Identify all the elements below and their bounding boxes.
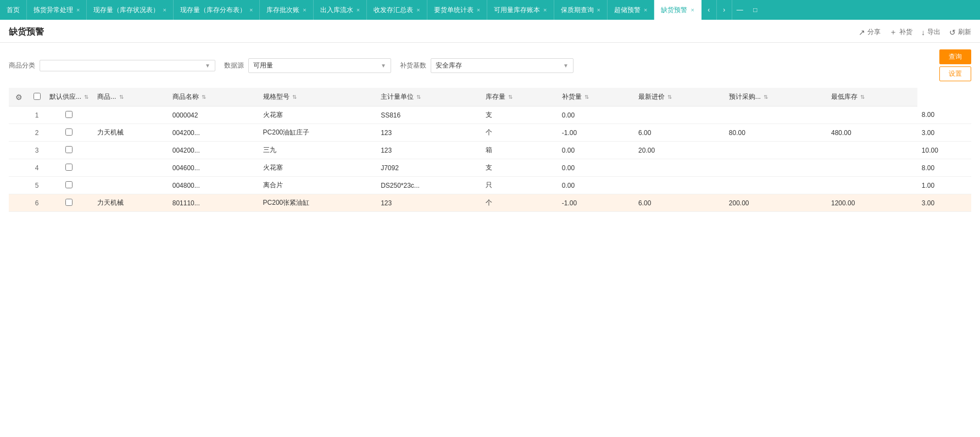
tab-9[interactable]: 保质期查询 × xyxy=(554,0,608,20)
cell-num-5: 6 xyxy=(29,194,45,212)
tab-1[interactable]: 拣货异常处理 × xyxy=(27,0,87,20)
cell-min-stock-1: 3.00 xyxy=(917,124,971,142)
cell-name-1: PC200油缸庄子 xyxy=(259,124,377,142)
cell-latest-price-1: 80.00 xyxy=(725,124,827,142)
tab-close-6[interactable]: × xyxy=(416,7,420,13)
table-row: 3 004200... 三九 123 箱 0.00 20.00 10.00 xyxy=(9,142,971,159)
cell-latest-price-4 xyxy=(725,177,827,194)
tab-next-btn[interactable]: › xyxy=(717,0,732,20)
tab-close-7[interactable]: × xyxy=(477,7,480,13)
sort-replenish-icon: ⇅ xyxy=(584,94,589,100)
checkbox-row-0[interactable] xyxy=(65,111,73,118)
page-title: 缺货预警 xyxy=(9,26,44,38)
tab-close-3[interactable]: × xyxy=(249,7,253,13)
replenish-label: 补货基数 xyxy=(400,61,426,70)
col-latest-price[interactable]: 最新进价 ⇅ xyxy=(634,88,725,107)
checkbox-row-3[interactable] xyxy=(65,164,73,171)
share-action[interactable]: ↗ 分享 xyxy=(859,27,881,37)
refresh-icon: ↺ xyxy=(949,28,956,37)
settings-gear-icon[interactable]: ⚙ xyxy=(15,93,23,102)
export-action[interactable]: ↓ 导出 xyxy=(921,27,940,37)
checkbox-row-4[interactable] xyxy=(65,181,73,188)
filter-actions: 查询 设置 xyxy=(939,49,971,81)
cell-estimated-3 xyxy=(827,159,917,177)
replenish-select[interactable]: 安全库存 ▼ xyxy=(431,58,573,73)
col-unit[interactable]: 主计量单位 ⇅ xyxy=(376,88,481,107)
query-button[interactable]: 查询 xyxy=(939,49,971,64)
cell-code-0: 0000042 xyxy=(168,107,259,124)
cell-min-stock-0: 8.00 xyxy=(917,107,971,124)
tab-close-9[interactable]: × xyxy=(597,7,600,13)
tab-5[interactable]: 出入库流水 × xyxy=(314,0,367,20)
row-settings-5 xyxy=(9,194,29,212)
cell-spec-5: 123 xyxy=(376,194,481,212)
col-code[interactable]: 商品... ⇅ xyxy=(93,88,168,107)
tab-4[interactable]: 库存批次账 × xyxy=(260,0,313,20)
category-filter-group: 商品分类 ▼ xyxy=(9,60,215,71)
datasource-label: 数据源 xyxy=(224,61,244,70)
col-supplier[interactable]: 默认供应... ⇅ xyxy=(45,88,93,107)
tab-home[interactable]: 首页 xyxy=(0,0,27,20)
cell-spec-4: DS250*23c... xyxy=(376,177,481,194)
replenish-action[interactable]: ＋ 补货 xyxy=(889,27,912,37)
cell-min-stock-3: 8.00 xyxy=(917,159,971,177)
cell-replenish-4 xyxy=(634,177,725,194)
col-min-stock[interactable]: 最低库存 ⇅ xyxy=(827,88,917,107)
tab-close-10[interactable]: × xyxy=(644,7,647,13)
table-row: 2 力天机械 004200... PC200油缸庄子 123 个 -1.00 6… xyxy=(9,124,971,142)
tab-close-11[interactable]: × xyxy=(691,7,694,13)
tab-2[interactable]: 现存量（库存状况表） × xyxy=(87,0,173,20)
checkbox-row-2[interactable] xyxy=(65,146,73,153)
cell-supplier-4 xyxy=(93,177,168,194)
refresh-action[interactable]: ↺ 刷新 xyxy=(949,27,971,37)
col-estimated[interactable]: 预计采购... ⇅ xyxy=(725,88,827,107)
sort-code-icon: ⇅ xyxy=(119,94,124,100)
col-stock[interactable]: 库存量 ⇅ xyxy=(481,88,558,107)
share-icon: ↗ xyxy=(859,28,865,37)
sort-estimated-icon: ⇅ xyxy=(764,94,768,100)
tab-close-2[interactable]: × xyxy=(163,7,166,13)
tab-close-8[interactable]: × xyxy=(543,7,547,13)
tab-11[interactable]: 缺货预警 × xyxy=(654,0,701,20)
sort-stock-icon: ⇅ xyxy=(508,94,513,100)
row-checkbox-0 xyxy=(45,107,93,124)
tab-3[interactable]: 现存量（库存分布表） × xyxy=(174,0,260,20)
row-settings-4 xyxy=(9,177,29,194)
cell-spec-1: 123 xyxy=(376,124,481,142)
settings-button[interactable]: 设置 xyxy=(939,66,971,81)
cell-stock-4: 0.00 xyxy=(558,177,634,194)
row-checkbox-4 xyxy=(45,177,93,194)
datasource-select-arrow: ▼ xyxy=(381,63,386,69)
cell-num-0: 1 xyxy=(29,107,45,124)
sort-spec-icon: ⇅ xyxy=(292,94,297,100)
tab-close-4[interactable]: × xyxy=(303,7,306,13)
tab-10[interactable]: 超储预警 × xyxy=(608,0,654,20)
tab-close-5[interactable]: × xyxy=(357,7,360,13)
cell-latest-price-2 xyxy=(725,142,827,159)
cell-name-2: 三九 xyxy=(259,142,377,159)
tab-7[interactable]: 要货单统计表 × xyxy=(427,0,487,20)
col-spec[interactable]: 规格型号 ⇅ xyxy=(259,88,377,107)
datasource-select[interactable]: 可用量 ▼ xyxy=(248,58,391,73)
checkbox-row-1[interactable] xyxy=(65,128,73,136)
tab-maximize-btn[interactable]: □ xyxy=(748,0,763,20)
tab-8[interactable]: 可用量库存账本 × xyxy=(487,0,554,20)
tab-close-1[interactable]: × xyxy=(76,7,80,13)
cell-unit-0: 支 xyxy=(481,107,558,124)
col-replenish[interactable]: 补货量 ⇅ xyxy=(558,88,634,107)
row-settings-3 xyxy=(9,159,29,177)
cell-latest-price-0 xyxy=(725,107,827,124)
col-name[interactable]: 商品名称 ⇅ xyxy=(168,88,259,107)
cell-min-stock-5: 3.00 xyxy=(917,194,971,212)
cell-spec-2: 123 xyxy=(376,142,481,159)
replenish-icon: ＋ xyxy=(889,27,897,37)
cell-unit-2: 箱 xyxy=(481,142,558,159)
cell-stock-1: -1.00 xyxy=(558,124,634,142)
tab-6[interactable]: 收发存汇总表 × xyxy=(367,0,427,20)
checkbox-row-5[interactable] xyxy=(65,199,73,206)
category-select[interactable]: ▼ xyxy=(40,60,215,71)
tab-prev-btn[interactable]: ‹ xyxy=(701,0,717,20)
checkbox-all[interactable] xyxy=(34,93,41,100)
cell-name-0: 火花塞 xyxy=(259,107,377,124)
tab-minimize-btn[interactable]: — xyxy=(732,0,748,20)
